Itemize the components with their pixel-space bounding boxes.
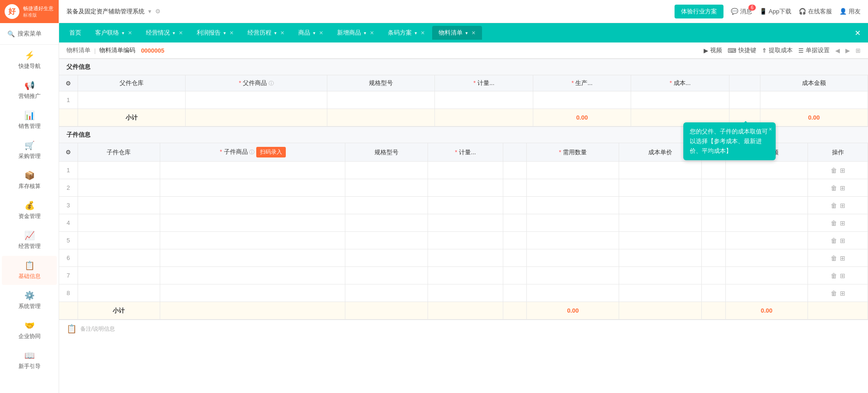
child-amount-5[interactable] [725, 249, 808, 267]
parent-product[interactable] [185, 91, 327, 109]
trial-button[interactable]: 体验行业方案 [675, 5, 723, 18]
extract-cost-button[interactable]: ⇑ 提取成本 [762, 46, 793, 54]
child-unit-cost-7[interactable] [619, 284, 702, 302]
child-needed-qty-1[interactable] [527, 179, 619, 197]
child-qty-unit-0[interactable] [428, 162, 503, 179]
child-product-0[interactable] [160, 162, 345, 179]
nav-tab-close-2[interactable]: ✕ [179, 30, 183, 36]
nav-tab-3[interactable]: 利润报告▾✕ [190, 26, 240, 40]
child-extra-4[interactable] [503, 232, 527, 249]
child-copy-icon-3[interactable]: ⊞ [840, 219, 845, 227]
child-amount-1[interactable] [725, 179, 808, 197]
tooltip-close-button[interactable]: × [769, 125, 772, 134]
nav-tab-close-1[interactable]: ✕ [128, 30, 132, 36]
child-delete-icon-6[interactable]: 🗑 [831, 272, 837, 279]
child-qty-unit-1[interactable] [428, 179, 503, 197]
child-warehouse-5[interactable] [78, 249, 160, 267]
child-delete-icon-4[interactable]: 🗑 [831, 237, 837, 244]
child-extra2-0[interactable] [702, 162, 725, 179]
nav-tab-close-8[interactable]: ✕ [471, 30, 476, 36]
gear-icon[interactable]: ⚙ [155, 8, 161, 15]
child-spec-4[interactable] [345, 232, 428, 249]
parent-qty-unit[interactable] [435, 91, 533, 109]
child-delete-icon-1[interactable]: 🗑 [831, 184, 837, 192]
child-warehouse-1[interactable] [78, 179, 160, 197]
child-extra-3[interactable] [503, 214, 527, 232]
sidebar-item-8[interactable]: ⚙️ 系统管理 [2, 286, 57, 315]
child-extra-1[interactable] [503, 179, 527, 197]
child-unit-cost-2[interactable] [619, 197, 702, 214]
child-extra-6[interactable] [503, 267, 527, 284]
child-delete-icon-2[interactable]: 🗑 [831, 202, 837, 209]
child-extra2-5[interactable] [702, 249, 725, 267]
child-spec-5[interactable] [345, 249, 428, 267]
child-spec-3[interactable] [345, 214, 428, 232]
voucher-settings-button[interactable]: ☰ 单据设置 [798, 46, 830, 54]
scan-input-button[interactable]: 扫码录入 [256, 147, 286, 157]
nav-right-icon[interactable]: ▶ [845, 47, 850, 54]
child-unit-cost-4[interactable] [619, 232, 702, 249]
child-warehouse-6[interactable] [78, 267, 160, 284]
search-menu-button[interactable]: 🔍 搜索菜单 [4, 27, 55, 41]
child-copy-icon-6[interactable]: ⊞ [840, 272, 845, 279]
app-download-button[interactable]: 📱 App下载 [760, 7, 791, 16]
child-amount-0[interactable] [725, 162, 808, 179]
sidebar-item-5[interactable]: 💰 资金管理 [2, 196, 57, 225]
child-product-3[interactable] [160, 214, 345, 232]
sidebar-item-0[interactable]: ⚡ 快捷导航 [2, 46, 57, 75]
child-copy-icon-5[interactable]: ⊞ [840, 254, 845, 262]
sidebar-item-9[interactable]: 🤝 企业协同 [2, 316, 57, 345]
child-qty-unit-4[interactable] [428, 232, 503, 249]
child-unit-cost-0[interactable] [619, 162, 702, 179]
child-extra2-7[interactable] [702, 284, 725, 302]
child-unit-cost-1[interactable] [619, 179, 702, 197]
child-qty-unit-6[interactable] [428, 267, 503, 284]
child-qty-unit-3[interactable] [428, 214, 503, 232]
child-needed-qty-2[interactable] [527, 197, 619, 214]
nav-left-icon[interactable]: ◀ [835, 47, 840, 54]
breadcrumb-item-1[interactable]: 物料清单 [66, 46, 90, 54]
nav-tab-7[interactable]: 条码方案▾✕ [381, 26, 431, 40]
sidebar-item-4[interactable]: 📦 库存核算 [2, 166, 57, 195]
child-warehouse-0[interactable] [78, 162, 160, 179]
child-delete-icon-7[interactable]: 🗑 [831, 290, 837, 297]
child-delete-icon-0[interactable]: 🗑 [831, 167, 837, 174]
child-copy-icon-4[interactable]: ⊞ [840, 237, 845, 244]
child-extra2-4[interactable] [702, 232, 725, 249]
parent-cost-val[interactable] [631, 91, 729, 109]
child-spec-2[interactable] [345, 197, 428, 214]
sidebar-item-10[interactable]: 📖 新手引导 [2, 346, 57, 375]
child-amount-7[interactable] [725, 284, 808, 302]
child-unit-cost-5[interactable] [619, 249, 702, 267]
nav-tab-0[interactable]: 首页 [63, 26, 88, 40]
child-copy-icon-1[interactable]: ⊞ [840, 184, 845, 192]
child-extra-7[interactable] [503, 284, 527, 302]
sidebar-item-6[interactable]: 📈 经营管理 [2, 226, 57, 255]
child-unit-cost-6[interactable] [619, 267, 702, 284]
user-menu-button[interactable]: 👤 用友 [839, 7, 861, 16]
nav-tab-close-6[interactable]: ✕ [370, 30, 374, 36]
child-extra2-3[interactable] [702, 214, 725, 232]
child-needed-qty-4[interactable] [527, 232, 619, 249]
child-product-7[interactable] [160, 284, 345, 302]
nav-tab-5[interactable]: 商品▾✕ [292, 26, 330, 40]
child-needed-qty-5[interactable] [527, 249, 619, 267]
child-qty-unit-7[interactable] [428, 284, 503, 302]
child-spec-1[interactable] [345, 179, 428, 197]
child-spec-0[interactable] [345, 162, 428, 179]
child-product-1[interactable] [160, 179, 345, 197]
nav-tab-4[interactable]: 经营历程▾✕ [241, 26, 291, 40]
message-button[interactable]: 💬 消息 6 [731, 7, 752, 16]
child-amount-3[interactable] [725, 214, 808, 232]
child-needed-qty-3[interactable] [527, 214, 619, 232]
child-amount-2[interactable] [725, 197, 808, 214]
child-extra2-2[interactable] [702, 197, 725, 214]
online-service-button[interactable]: 🎧 在线客服 [799, 7, 832, 16]
nav-tab-close-4[interactable]: ✕ [280, 30, 284, 36]
parent-production[interactable] [533, 91, 631, 109]
child-copy-icon-7[interactable]: ⊞ [840, 290, 845, 297]
child-delete-icon-3[interactable]: 🗑 [831, 219, 837, 227]
nav-tab-close-5[interactable]: ✕ [319, 30, 323, 36]
child-product-5[interactable] [160, 249, 345, 267]
parent-extra[interactable] [729, 91, 760, 109]
